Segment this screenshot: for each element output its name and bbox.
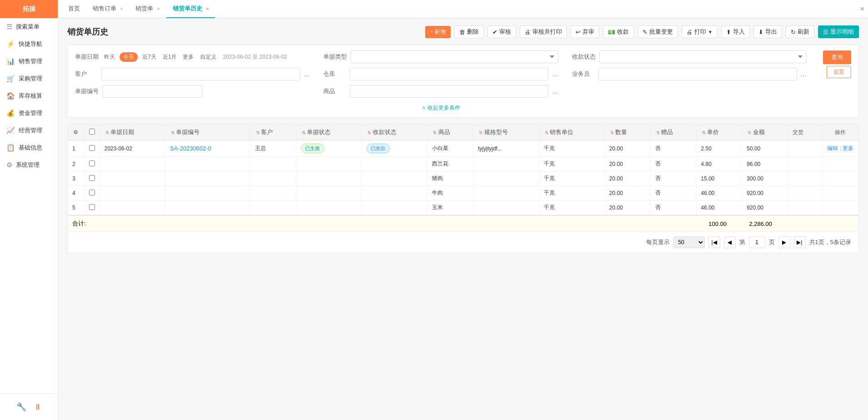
pay-status-label: 收款状态 xyxy=(572,53,596,61)
tab-sales-history[interactable]: 销货单历史 × xyxy=(166,0,215,18)
col-unit[interactable]: ⇅ 销售单位 xyxy=(539,125,604,140)
col-qty[interactable]: ⇅ 数量 xyxy=(604,125,650,140)
tab-close-sales-history[interactable]: × xyxy=(206,6,209,11)
doc-type-select[interactable] xyxy=(351,50,558,63)
row-checkbox-1[interactable] xyxy=(89,160,95,166)
col-spec[interactable]: ⇅ 规格型号 xyxy=(473,125,539,140)
date-opt-yesterday[interactable]: 昨天 xyxy=(102,52,117,62)
abandon-button[interactable]: ↩ 弃审 xyxy=(571,25,599,38)
goods-ellipsis[interactable]: ... xyxy=(552,88,558,95)
show-details-button[interactable]: ☰ 显示明细 xyxy=(818,25,859,38)
quick-nav-icon: ⚡ xyxy=(6,40,15,48)
row-checkbox-3[interactable] xyxy=(89,190,95,195)
col-doc-date[interactable]: ⇅ 单据日期 xyxy=(100,125,165,140)
col-doc-no[interactable]: ⇅ 单据编号 xyxy=(165,125,250,140)
row-check-1[interactable] xyxy=(84,157,100,171)
staff-ellipsis[interactable]: ... xyxy=(801,70,807,78)
row-checkbox-2[interactable] xyxy=(89,175,95,181)
row-checkbox-0[interactable] xyxy=(89,145,95,151)
row-goods-3: 牛肉 xyxy=(427,186,473,200)
window-close-btn[interactable]: × xyxy=(860,5,864,13)
filter-staff: 业务员 ... xyxy=(572,68,807,80)
sidebar-item-basic-info[interactable]: 📋 基础信息 xyxy=(0,139,58,156)
collapse-filter-btn[interactable]: ∧ 收起更多条件 xyxy=(75,102,807,112)
page-number-input[interactable] xyxy=(749,236,765,248)
tab-sales-delivery[interactable]: 销货单 × xyxy=(129,0,166,18)
sidebar-item-system-mgmt[interactable]: ⚙ 系统管理 xyxy=(0,156,58,174)
pay-status-select[interactable] xyxy=(599,50,807,63)
collect-button[interactable]: 💵 收款 xyxy=(603,25,634,38)
col-gift[interactable]: ⇅ 赠品 xyxy=(650,125,696,140)
pause-icon[interactable]: ⏸ xyxy=(34,402,42,412)
row-check-3[interactable] xyxy=(84,186,100,200)
date-opt-1month[interactable]: 近1月 xyxy=(161,52,179,62)
customer-input[interactable] xyxy=(101,68,300,80)
doc-no-link-0[interactable]: SA-20230602-0 xyxy=(170,145,211,152)
more-action-0[interactable]: 更多 xyxy=(843,145,853,152)
prev-page-btn[interactable]: ◀ xyxy=(724,236,736,248)
setting-button[interactable]: 设置 xyxy=(827,66,851,78)
tab-close-sales-order[interactable]: × xyxy=(120,6,123,11)
filter-customer: 客户 ... xyxy=(75,68,310,80)
next-page-btn[interactable]: ▶ xyxy=(778,236,790,248)
row-doc-date-4 xyxy=(100,200,165,215)
print-button[interactable]: 🖨 打印 ▼ xyxy=(682,25,717,38)
sidebar-item-operations[interactable]: 📈 经营管理 xyxy=(0,122,58,139)
tab-home[interactable]: 首页 xyxy=(62,0,86,18)
date-opt-custom[interactable]: 自定义 xyxy=(198,52,218,62)
settings-icon[interactable]: 🔧 xyxy=(16,402,26,412)
date-opt-more[interactable]: 更多 xyxy=(181,52,196,62)
col-customer[interactable]: ⇅ 客户 xyxy=(251,125,296,140)
col-goods[interactable]: ⇅ 商品 xyxy=(427,125,473,140)
select-all-checkbox[interactable] xyxy=(89,129,95,135)
import-button[interactable]: ⬆ 导入 xyxy=(721,25,750,38)
sidebar-item-search-menu[interactable]: ☰ 搜索菜单 xyxy=(0,18,58,35)
row-unit-2: 千克 xyxy=(539,171,604,186)
col-amount[interactable]: ⇅ 金额 xyxy=(742,125,788,140)
doc-no-input[interactable] xyxy=(102,85,202,98)
row-checkbox-4[interactable] xyxy=(89,204,95,210)
audit-button[interactable]: ✔ 审核 xyxy=(487,25,516,38)
row-goods-0: 小白菜 xyxy=(427,140,473,157)
delete-button[interactable]: 🗑 删除 xyxy=(454,25,484,38)
filter-pay-status: 收款状态 xyxy=(572,50,807,63)
sidebar-item-quick-nav[interactable]: ⚡ 快捷导航 xyxy=(0,35,58,53)
audit-print-button[interactable]: 🖨 审核并打印 xyxy=(520,25,567,38)
row-qty-1: 20.00 xyxy=(604,157,650,171)
tab-sales-order[interactable]: 销售订单 × xyxy=(86,0,129,18)
staff-input[interactable] xyxy=(598,68,797,80)
export-button[interactable]: ⬇ 导出 xyxy=(753,25,782,38)
print-dropdown-icon: ▼ xyxy=(708,30,712,35)
last-page-btn[interactable]: ▶| xyxy=(794,236,806,248)
first-page-btn[interactable]: |◀ xyxy=(708,236,720,248)
row-doc-date-0: 2023-06-02 xyxy=(100,140,165,157)
sidebar-item-sales-mgmt[interactable]: 📊 销售管理 xyxy=(0,53,58,70)
row-check-2[interactable] xyxy=(84,171,100,186)
warehouse-ellipsis[interactable]: ... xyxy=(552,70,558,78)
goods-input[interactable] xyxy=(350,85,548,98)
sidebar-item-inventory[interactable]: 🏠 库存核算 xyxy=(0,87,58,105)
sidebar-item-purchase-mgmt[interactable]: 🛒 采购管理 xyxy=(0,70,58,87)
row-doc-no-0[interactable]: SA-20230602-0 xyxy=(165,140,250,157)
col-gear[interactable]: ⚙ xyxy=(68,125,84,140)
date-opt-today[interactable]: 今天 xyxy=(120,52,138,62)
date-opt-7days[interactable]: 近7天 xyxy=(140,52,158,62)
query-button[interactable]: 查询 xyxy=(823,50,851,64)
customer-ellipsis[interactable]: ... xyxy=(304,70,310,78)
warehouse-input[interactable] xyxy=(350,68,548,80)
new-button[interactable]: + 新增 xyxy=(425,26,451,38)
per-page-select[interactable]: 50 100 200 xyxy=(673,236,705,248)
row-check-0[interactable] xyxy=(84,140,100,157)
refresh-button[interactable]: ↻ 刷新 xyxy=(786,25,814,38)
col-price[interactable]: ⇅ 单价 xyxy=(696,125,742,140)
tab-close-sales-delivery[interactable]: × xyxy=(157,6,160,11)
row-check-4[interactable] xyxy=(84,200,100,215)
col-doc-status[interactable]: ⇅ 单据状态 xyxy=(296,125,361,140)
row-doc-date-1 xyxy=(100,157,165,171)
batch-change-button[interactable]: ✎ 批量变更 xyxy=(637,25,678,38)
row-amount-1: 96.00 xyxy=(742,157,788,171)
edit-action-0[interactable]: 编辑 xyxy=(827,145,838,152)
sidebar-item-finance[interactable]: 💰 资金管理 xyxy=(0,105,58,122)
col-pay-status[interactable]: ⇅ 收款状态 xyxy=(362,125,427,140)
row-doc-status-3 xyxy=(296,186,361,200)
